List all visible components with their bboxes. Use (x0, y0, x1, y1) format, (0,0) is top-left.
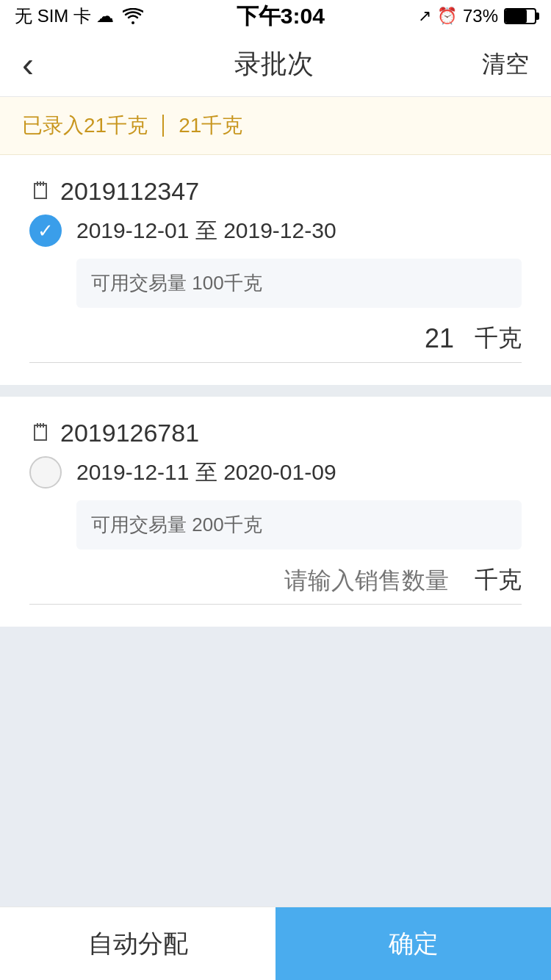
auto-distribute-button[interactable]: 自动分配 (0, 907, 276, 980)
batch-item-1: 🗒 2019112347 ✓ 2019-12-01 至 2019-12-30 可… (0, 155, 551, 385)
batch-item-2-header: 🗒 2019126781 (29, 419, 522, 447)
amount-value-1: 21 (425, 323, 454, 354)
batch-date-2: 2019-12-11 至 2020-01-09 (76, 458, 336, 488)
bottom-bar: 自动分配 确定 (0, 907, 551, 980)
batch-item-2-date-row: 2019-12-11 至 2020-01-09 (29, 456, 522, 489)
back-button[interactable]: ‹ (22, 44, 66, 84)
radio-btn-1[interactable]: ✓ (29, 215, 62, 247)
nav-bar: ‹ 录批次 清空 (0, 32, 551, 97)
batch-date-1: 2019-12-01 至 2019-12-30 (76, 216, 336, 246)
quantity-input-2[interactable] (203, 567, 460, 594)
clear-button[interactable]: 清空 (482, 48, 529, 81)
no-sim-label: 无 SIM 卡 ☁ (15, 4, 114, 28)
info-banner: 已录入21千克 21千克 (0, 97, 551, 155)
battery-icon (504, 8, 536, 24)
section-divider (0, 385, 551, 397)
batch-amount-row-2: 千克 (29, 550, 522, 604)
already-recorded-label: 已录入21千克 (22, 112, 148, 140)
status-bar: 无 SIM 卡 ☁ 下午3:04 ↗ ⏰ 73% (0, 0, 551, 32)
battery-percent: 73% (463, 6, 498, 26)
amount-unit-1: 千克 (475, 323, 522, 355)
page-title: 录批次 (234, 46, 314, 82)
card-divider-1 (29, 362, 522, 363)
wifi-icon (123, 8, 143, 24)
radio-btn-2[interactable] (29, 456, 62, 489)
batch-amount-row-1: 21 千克 (29, 308, 522, 362)
location-icon: ↗ (418, 7, 431, 26)
batch-item-2: 🗒 2019126781 2019-12-11 至 2020-01-09 可用交… (0, 397, 551, 627)
checkmark-1: ✓ (37, 221, 54, 240)
batch-available-1: 可用交易量 100千克 (76, 259, 522, 308)
card-divider-2 (29, 604, 522, 605)
status-time: 下午3:04 (237, 1, 325, 32)
batch-item-1-header: 🗒 2019112347 (29, 177, 522, 206)
batch-id-2: 2019126781 (60, 419, 199, 447)
batch-id-icon-2: 🗒 (29, 419, 53, 447)
batch-available-2: 可用交易量 200千克 (76, 500, 522, 550)
batch-item-1-date-row: ✓ 2019-12-01 至 2019-12-30 (29, 215, 522, 247)
amount-unit-2: 千克 (475, 564, 522, 597)
status-left: 无 SIM 卡 ☁ (15, 4, 143, 28)
confirm-button[interactable]: 确定 (276, 907, 551, 980)
total-label: 21千克 (179, 112, 242, 140)
status-right: ↗ ⏰ 73% (418, 6, 536, 26)
main-content: 🗒 2019112347 ✓ 2019-12-01 至 2019-12-30 可… (0, 155, 551, 980)
batch-id-icon-1: 🗒 (29, 178, 53, 205)
banner-divider (162, 115, 164, 137)
batch-id-1: 2019112347 (60, 177, 199, 206)
alarm-icon: ⏰ (437, 7, 457, 26)
